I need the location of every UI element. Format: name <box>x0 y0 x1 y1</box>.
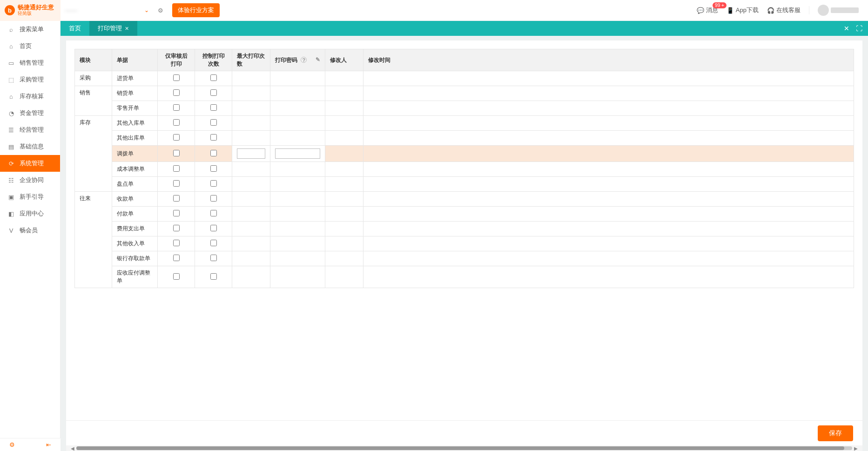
tenant-selector[interactable]: —— ⌄ <box>61 7 154 14</box>
help-icon[interactable]: ? <box>301 57 307 63</box>
sidebar-item-icon: ☷ <box>7 177 15 184</box>
col-pwd: 打印密码 ? ✎ <box>270 49 325 71</box>
ctrl-checkbox[interactable] <box>210 150 217 156</box>
sidebar-item-2[interactable]: ▭销售管理 <box>0 54 60 71</box>
audit-checkbox[interactable] <box>173 150 180 156</box>
max-cell[interactable] <box>232 146 270 162</box>
horizontal-scrollbar[interactable]: ◀ ▶ <box>66 445 862 451</box>
ctrl-checkbox[interactable] <box>210 89 217 96</box>
gear-icon[interactable]: ⚙ <box>154 7 168 14</box>
sidebar-item-6[interactable]: ☰经营管理 <box>0 121 60 138</box>
messages-link[interactable]: 💬 消息 99 + <box>697 6 718 14</box>
online-service-link[interactable]: 🎧 在线客服 <box>767 6 801 14</box>
sidebar-item-3[interactable]: ⬚采购管理 <box>0 71 60 88</box>
ctrl-cell <box>195 266 232 288</box>
audit-checkbox[interactable] <box>173 119 180 126</box>
modifier-cell <box>325 131 363 146</box>
sidebar-item-1[interactable]: ⌂首页 <box>0 38 60 54</box>
sidebar-item-icon: V <box>7 227 15 234</box>
collapse-icon[interactable]: ⇤ <box>46 441 51 448</box>
audit-checkbox[interactable] <box>173 273 180 280</box>
avatar-icon <box>818 5 829 16</box>
scroll-track[interactable] <box>76 446 852 450</box>
user-menu[interactable] <box>818 5 859 16</box>
doc-cell: 其他入库单 <box>112 116 158 131</box>
table-row: 盘点单 <box>75 177 854 192</box>
table-header-row: 模块 单据 仅审核后打印 控制打印次数 最大打印次数 打印密码 ? ✎ 修改人 … <box>75 49 854 71</box>
audit-checkbox[interactable] <box>173 225 180 231</box>
ctrl-checkbox[interactable] <box>210 225 217 231</box>
ctrl-checkbox[interactable] <box>210 119 217 126</box>
table-row: 成本调整单 <box>75 162 854 177</box>
ctrl-cell <box>195 192 232 207</box>
col-modtime: 修改时间 <box>363 49 854 71</box>
pwd-cell[interactable] <box>270 146 325 162</box>
settings-icon[interactable]: ⚙ <box>9 441 15 448</box>
audit-cell <box>158 236 195 251</box>
scroll-right-icon[interactable]: ▶ <box>852 446 860 451</box>
sidebar-item-label: 销售管理 <box>20 59 44 67</box>
sidebar-item-9[interactable]: ☷企业协同 <box>0 172 60 188</box>
audit-checkbox[interactable] <box>173 255 180 261</box>
promo-button[interactable]: 体验行业方案 <box>172 3 220 17</box>
pwd-cell <box>270 71 325 86</box>
sidebar-item-label: 畅会员 <box>20 226 38 235</box>
scroll-thumb[interactable] <box>76 446 844 450</box>
audit-checkbox[interactable] <box>173 240 180 246</box>
doc-cell: 应收应付调整单 <box>112 266 158 288</box>
pwd-cell <box>270 116 325 131</box>
sidebar-item-7[interactable]: ▤基础信息 <box>0 138 60 155</box>
close-all-icon[interactable]: ✕ <box>844 25 849 32</box>
audit-checkbox[interactable] <box>173 89 180 96</box>
sidebar-item-4[interactable]: ⌂库存核算 <box>0 88 60 105</box>
headset-icon: 🎧 <box>767 7 774 14</box>
audit-cell <box>158 146 195 162</box>
sidebar-item-12[interactable]: V畅会员 <box>0 222 60 239</box>
sidebar-item-5[interactable]: ◔资金管理 <box>0 105 60 121</box>
ctrl-checkbox[interactable] <box>210 74 217 81</box>
sidebar-item-0[interactable]: ⌕搜索菜单 <box>0 21 60 38</box>
audit-checkbox[interactable] <box>173 74 180 81</box>
audit-checkbox[interactable] <box>173 134 180 141</box>
tab-print-manage[interactable]: 打印管理 ✕ <box>89 21 137 36</box>
max-cell <box>232 131 270 146</box>
ctrl-checkbox[interactable] <box>210 273 217 280</box>
audit-checkbox[interactable] <box>173 195 180 202</box>
table-row: 采购进货单 <box>75 71 854 86</box>
modtime-cell <box>363 116 854 131</box>
ctrl-checkbox[interactable] <box>210 165 217 172</box>
sidebar-item-icon: ⌂ <box>7 93 15 100</box>
ctrl-checkbox[interactable] <box>210 180 217 187</box>
sidebar-item-11[interactable]: ◧应用中心 <box>0 205 60 222</box>
audit-checkbox[interactable] <box>173 165 180 172</box>
ctrl-checkbox[interactable] <box>210 134 217 141</box>
sidebar-item-label: 采购管理 <box>20 75 44 84</box>
table-row: 往来收款单 <box>75 192 854 207</box>
sidebar-item-8[interactable]: ⟳系统管理 <box>0 155 60 172</box>
ctrl-checkbox[interactable] <box>210 255 217 261</box>
fullscreen-icon[interactable]: ⛶ <box>856 25 862 32</box>
ctrl-checkbox[interactable] <box>210 210 217 216</box>
app-download-link[interactable]: 📱 App下载 <box>727 6 759 14</box>
sidebar: ⌕搜索菜单⌂首页▭销售管理⬚采购管理⌂库存核算◔资金管理☰经营管理▤基础信息⟳系… <box>0 21 61 438</box>
audit-checkbox[interactable] <box>173 104 180 111</box>
ctrl-checkbox[interactable] <box>210 104 217 111</box>
sidebar-item-label: 基础信息 <box>20 142 44 151</box>
sidebar-item-10[interactable]: ▣新手引导 <box>0 188 60 205</box>
edit-icon[interactable]: ✎ <box>316 56 320 63</box>
audit-cell <box>158 101 195 116</box>
tab-home[interactable]: 首页 <box>61 21 89 36</box>
audit-checkbox[interactable] <box>173 180 180 187</box>
table-row: 应收应付调整单 <box>75 266 854 288</box>
ctrl-checkbox[interactable] <box>210 195 217 202</box>
ctrl-cell <box>195 131 232 146</box>
separator <box>809 6 809 14</box>
ctrl-checkbox[interactable] <box>210 240 217 246</box>
save-button[interactable]: 保存 <box>818 425 853 441</box>
close-icon[interactable]: ✕ <box>125 26 129 32</box>
module-cell: 库存 <box>75 116 112 192</box>
sidebar-footer: ⚙ ⇤ <box>0 438 61 451</box>
scroll-left-icon[interactable]: ◀ <box>69 446 76 451</box>
doc-cell: 收款单 <box>112 192 158 207</box>
audit-checkbox[interactable] <box>173 210 180 216</box>
